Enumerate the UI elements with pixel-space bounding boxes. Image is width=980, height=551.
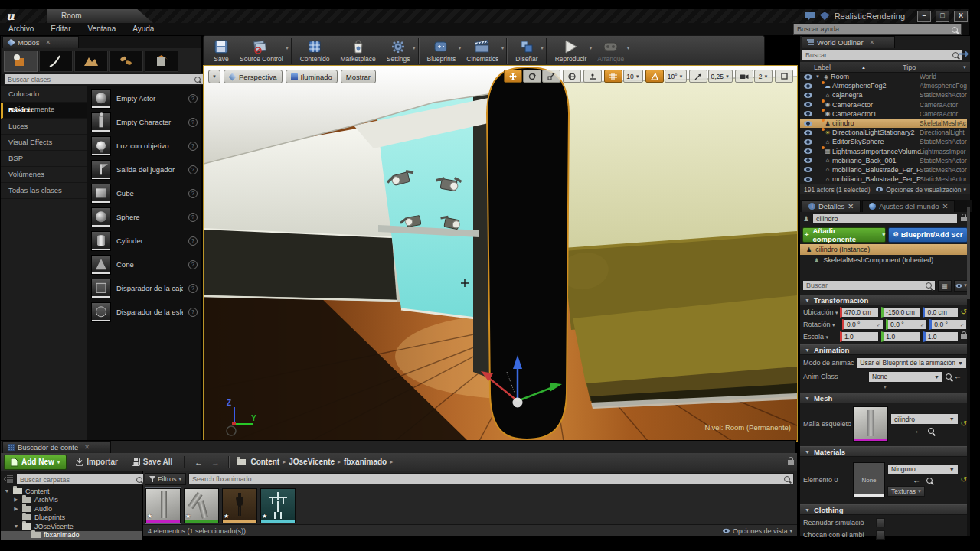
skeletal-mesh-thumbnail[interactable] <box>853 406 888 442</box>
filters-button[interactable]: Filtros▾ <box>145 473 186 485</box>
section-mesh[interactable]: ▼Mesh <box>800 393 970 403</box>
rotation-x-field[interactable]: 0.0 °↕ <box>842 319 884 330</box>
viewport-3d[interactable]: ▼ Perspectiva Iluminado Mostrar 10▼ 10°▼ <box>203 65 798 442</box>
source-control-button[interactable]: Source Control ▾ <box>234 36 289 66</box>
visibility-eye-icon[interactable] <box>804 93 812 98</box>
expander-icon[interactable]: ▼ <box>815 74 822 79</box>
mode-place-button[interactable] <box>4 51 38 72</box>
outliner-row-mobiliario-balustrade-fer-for[interactable]: ⌂mobiliario_Balustrade_Fer_ForStaticMesh… <box>800 174 967 184</box>
import-button[interactable]: Importar <box>71 455 122 469</box>
location-x-field[interactable]: 470.0 cm <box>840 307 879 318</box>
category-colocado-recientemente[interactable]: Colocado recientemente <box>1 86 87 103</box>
chevron-down-icon[interactable]: ▾ <box>541 45 544 51</box>
world-local-toggle[interactable] <box>563 70 581 83</box>
camera-speed-button[interactable] <box>735 70 753 83</box>
rotation-snap-toggle[interactable] <box>645 70 664 83</box>
chevron-down-icon[interactable]: ▾ <box>413 45 416 51</box>
close-icon[interactable]: ✕ <box>870 39 875 46</box>
show-flags-button[interactable]: Mostrar <box>341 70 376 83</box>
add-component-button[interactable]: ＋Añadir componente▾ <box>802 227 886 243</box>
collapse-tree-icon[interactable] <box>4 475 13 483</box>
lock-icon[interactable] <box>788 460 794 465</box>
rotate-tool-button[interactable] <box>523 70 541 83</box>
animation-mode-dropdown[interactable]: Usar el Blueprint de la animación▼ <box>856 357 967 369</box>
breadcrumb-content[interactable]: Content <box>250 458 279 466</box>
scale-snap-value[interactable]: 0,25▼ <box>708 70 733 83</box>
launch-button[interactable]: Arranque ▾ <box>592 36 629 66</box>
anim-class-dropdown[interactable]: None▼ <box>868 371 943 383</box>
mode-geometry-button[interactable] <box>145 51 178 72</box>
expander-icon[interactable]: ▼ <box>13 523 19 529</box>
camera-speed-value[interactable]: 2▼ <box>754 70 773 83</box>
outliner-column-header[interactable]: Label ▲ Tipo ▼ <box>800 62 970 73</box>
visibility-eye-icon[interactable] <box>804 111 812 116</box>
use-selected-icon[interactable]: ← <box>914 427 922 435</box>
search-icon[interactable] <box>946 373 952 380</box>
reset-icon[interactable]: ↺ <box>961 476 967 484</box>
scale-x-field[interactable]: 1.0 <box>840 331 879 342</box>
scale-y-field[interactable]: 1.0 <box>881 331 920 342</box>
mode-landscape-button[interactable] <box>74 51 108 72</box>
visibility-eye-icon[interactable] <box>804 158 812 163</box>
forward-button[interactable]: → <box>209 456 221 468</box>
class-item-empty-character[interactable]: Empty Character? <box>87 110 201 134</box>
section-materials[interactable]: ▼Materials <box>800 446 970 457</box>
component-skeletalmesh[interactable]: ♟SkeletalMeshComponent (Inherited) <box>800 255 970 266</box>
feedback-icon[interactable] <box>805 12 815 21</box>
chevron-down-icon[interactable]: ▾ <box>286 45 289 51</box>
content-browser-tab[interactable]: Buscador de conte✕ <box>2 441 111 453</box>
breadcrumb-fbxanimado[interactable]: fbxanimado <box>344 458 387 466</box>
reset-icon[interactable]: ↺ <box>961 420 967 428</box>
class-item-empty-actor[interactable]: Empty Actor? <box>87 86 201 110</box>
chevron-down-icon[interactable]: ▼ <box>962 65 967 70</box>
mode-paint-button[interactable] <box>39 51 73 72</box>
material-thumbnail[interactable]: None <box>853 462 885 497</box>
visibility-eye-icon[interactable] <box>804 130 812 135</box>
grid-snap-toggle[interactable] <box>604 70 622 83</box>
scale-snap-toggle[interactable] <box>689 70 707 83</box>
maximize-viewport-button[interactable] <box>775 70 793 83</box>
location-label[interactable]: Ubicación ▾ <box>803 308 838 316</box>
menu-ventana[interactable]: Ventana <box>79 23 124 35</box>
outliner-row-cajanegra[interactable]: ⌂cajanegraStaticMeshActor <box>800 90 967 99</box>
asset-search-input[interactable]: Search fbxanimado <box>188 473 794 484</box>
scale-label[interactable]: Escala ▾ <box>803 333 838 341</box>
chevron-down-icon[interactable]: ▾ <box>501 45 505 51</box>
modes-tab[interactable]: Modos✕ <box>2 36 79 48</box>
folder-josevicente[interactable]: ▼JOseVicente <box>1 522 142 531</box>
outliner-row-cameraactor[interactable]: ◉CameraActorCameraActor <box>800 100 967 109</box>
outliner-row-room[interactable]: ▼◈RoomWorld <box>800 72 967 81</box>
material-dropdown[interactable]: Ninguno▼ <box>887 464 959 475</box>
view-options-button[interactable]: Opciones de vista▾ <box>722 527 792 535</box>
visibility-eye-icon[interactable] <box>804 83 812 89</box>
column-tipo[interactable]: Tipo <box>903 64 916 71</box>
visibility-eye-icon[interactable] <box>804 148 812 154</box>
blueprints-button[interactable]: Blueprints ▾ <box>422 36 462 66</box>
outliner-search-input[interactable]: Buscar... <box>802 49 962 60</box>
outliner-row-editorskysphere[interactable]: ⌂EditorSkySphereStaticMeshActor <box>800 137 967 146</box>
use-selected-icon[interactable]: ← <box>913 477 920 484</box>
outliner-view-options[interactable]: Opciones de visualización▾ <box>875 186 966 194</box>
menu-ayuda[interactable]: Ayuda <box>124 23 162 35</box>
category-bsp[interactable]: BSP <box>1 151 87 167</box>
outliner-row-lightmassimportancevolume[interactable]: ▦LightmassImportanceVolumeLightmassImpor <box>800 147 967 156</box>
folder-content[interactable]: ▼Content <box>1 487 142 496</box>
tab-world-settings[interactable]: Ajustes del mundo✕ <box>862 200 955 212</box>
column-label[interactable]: Label <box>800 64 831 71</box>
surface-snap-button[interactable] <box>583 70 602 83</box>
category-todas-las-clases[interactable]: Todas las clases <box>1 183 87 199</box>
property-matrix-button[interactable]: ▦ <box>938 280 952 292</box>
class-item-cube[interactable]: Cube? <box>87 181 201 205</box>
expander-icon[interactable]: ▶ <box>13 497 19 503</box>
perspective-button[interactable]: Perspectiva <box>224 70 283 83</box>
class-item-disparador-de-la-caja[interactable]: Disparador de la caja? <box>87 276 201 300</box>
marketplace-button[interactable]: Marketplace <box>335 36 381 66</box>
expander-icon[interactable]: ▶ <box>13 506 19 512</box>
checkbox[interactable] <box>876 530 885 540</box>
help-search-input[interactable]: Buscar ayuda <box>793 24 962 35</box>
level-tab[interactable]: Room <box>47 9 153 23</box>
class-item-cone[interactable]: Cone? <box>87 253 201 276</box>
browse-icon[interactable] <box>926 478 933 484</box>
browse-icon[interactable] <box>928 428 934 434</box>
back-button[interactable]: ← <box>192 456 204 468</box>
